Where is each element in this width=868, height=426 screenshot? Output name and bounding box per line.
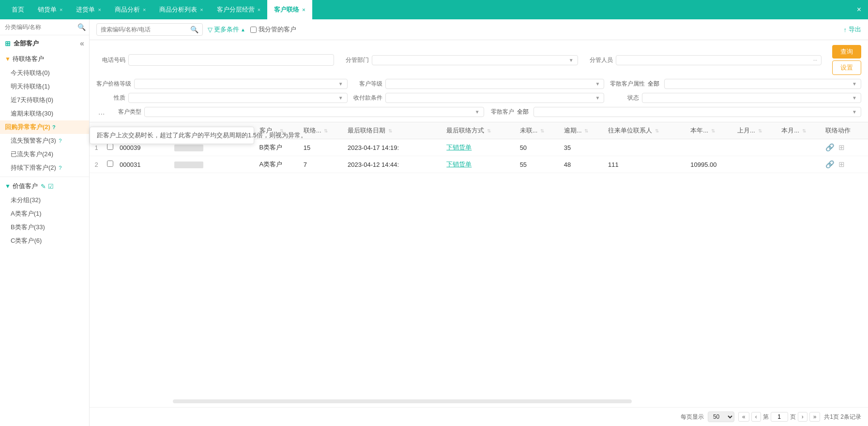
- customer-level-select[interactable]: ▼: [385, 79, 605, 89]
- nav-tab-analysis[interactable]: 商品分析 ×: [108, 0, 152, 19]
- close-sales-icon[interactable]: ×: [60, 7, 62, 13]
- row1-this-year: [687, 139, 734, 156]
- settings-button[interactable]: 设置: [832, 60, 861, 75]
- table-area: ⚙ 客户编码 ⇅ 客户名称 ⇅: [90, 122, 868, 426]
- search-icon[interactable]: 🔍: [190, 26, 198, 33]
- query-button[interactable]: 查询: [832, 45, 861, 59]
- repeat-buy-help-icon[interactable]: ?: [52, 124, 56, 130]
- sidebar-item-ungroup[interactable]: 未分组(32): [0, 193, 89, 207]
- payment-select[interactable]: ▼: [385, 93, 605, 103]
- filter-row-4: ... 客户类型 ▼ 零散客户 全部 ▼: [96, 107, 861, 117]
- row2-last-date: 2023-04-12 14:44:: [345, 156, 443, 173]
- row1-last-method-link[interactable]: 下销货单: [446, 144, 472, 151]
- lost-preview-help-icon: ?: [59, 138, 61, 144]
- more-conditions-button[interactable]: ▽ 更多条件 ▲: [208, 25, 245, 34]
- page-number-input[interactable]: [771, 412, 788, 422]
- close-customer-segment-icon[interactable]: ×: [258, 7, 260, 13]
- value-arrow-icon: ▼: [5, 183, 11, 190]
- search-input[interactable]: [101, 26, 190, 33]
- manager-select[interactable]: ···: [616, 55, 822, 65]
- nav-tab-sales[interactable]: 销货单 ×: [31, 0, 69, 19]
- pending-group-header[interactable]: ▼ 待联络客户: [0, 52, 89, 66]
- nav-tab-analysis-list[interactable]: 商品分析列表 ×: [152, 0, 210, 19]
- first-page-button[interactable]: «: [738, 412, 749, 422]
- dept-select[interactable]: ▼: [372, 55, 578, 65]
- sidebar-item-decline[interactable]: 持续下滑客户(2) ?: [0, 161, 89, 175]
- filter-row-2: 客户价格等级 ▼ 客户等级 ▼ 零散客户属性 全部: [96, 79, 861, 89]
- col-last-month: 上月... ⇅: [734, 122, 778, 139]
- phone-input[interactable]: [128, 54, 334, 66]
- gender-label: 性质: [96, 94, 125, 102]
- filter-gender: 性质 ▼: [96, 93, 348, 103]
- nav-tab-customer-contact[interactable]: 客户联络 ×: [267, 0, 312, 19]
- window-close-button[interactable]: ×: [857, 5, 861, 14]
- close-analysis-icon[interactable]: ×: [143, 7, 146, 13]
- row1-link-icon[interactable]: 🔗: [825, 143, 835, 152]
- row2-last-method: 下销货单: [443, 156, 517, 173]
- prev-page-button[interactable]: ‹: [751, 412, 761, 422]
- row2-last-method-link[interactable]: 下销货单: [446, 161, 472, 168]
- value-group-edit-icons[interactable]: ✎ ☑: [41, 183, 54, 190]
- content-area: 🔍 ▽ 更多条件 ▲ 我分管的客户 ↑ 导出 电话号码: [90, 19, 868, 426]
- last-page-button[interactable]: »: [809, 412, 821, 422]
- sidebar-collapse-button[interactable]: «: [80, 39, 84, 48]
- value-group-header[interactable]: ▼ 价值客户 ✎ ☑: [0, 179, 89, 193]
- price-level-arrow-icon: ▼: [338, 81, 343, 87]
- horizontal-scrollbar[interactable]: [173, 399, 632, 403]
- col-this-month: 本月... ⇅: [778, 122, 822, 139]
- scroll-area[interactable]: ⚙ 客户编码 ⇅ 客户名称 ⇅: [90, 122, 868, 396]
- row2-contact-person: 111: [605, 156, 687, 173]
- close-analysis-list-icon[interactable]: ×: [200, 7, 203, 13]
- customer-type-select[interactable]: ▼: [144, 107, 484, 117]
- price-level-select[interactable]: ▼: [134, 79, 348, 89]
- row1-checkbox[interactable]: [107, 144, 113, 150]
- pending-arrow-icon: ▼: [5, 56, 11, 62]
- filter-manager: 分管人员 ···: [584, 55, 822, 65]
- sidebar-item-tomorrow[interactable]: 明天待联络(1): [0, 80, 89, 93]
- sidebar-item-repeat-buy[interactable]: 回购异常客户(2) ?: [0, 120, 89, 134]
- row1-contact-count: 15: [301, 139, 345, 156]
- status-select[interactable]: ▼: [642, 93, 861, 103]
- row2-link-icon[interactable]: 🔗: [825, 160, 835, 169]
- retail-customer-select[interactable]: ▼: [533, 107, 861, 117]
- sidebar-item-b-class[interactable]: B类客户(33): [0, 220, 89, 234]
- row1-overdue: 35: [561, 139, 605, 156]
- all-customers-label: 全部客户: [14, 39, 39, 48]
- sidebar-search-icon: 🔍: [77, 23, 86, 31]
- row1-grid-icon[interactable]: ⊞: [838, 143, 845, 152]
- dept-label: 分管部门: [340, 56, 369, 64]
- nav-tab-home[interactable]: 首页: [5, 0, 31, 19]
- sidebar-item-today[interactable]: 今天待联络(0): [0, 66, 89, 80]
- my-customers-checkbox-area: 我分管的客户: [250, 25, 296, 34]
- my-customers-checkbox[interactable]: [250, 27, 257, 33]
- total-label: 共1页 2条记录: [824, 413, 861, 421]
- retail-attr-select[interactable]: ▼: [664, 79, 861, 89]
- col-last-month-sort-icon: ⇅: [758, 128, 762, 133]
- sidebar-item-a-class[interactable]: A类客户(1): [0, 207, 89, 220]
- sidebar-item-7days[interactable]: 近7天待联络(0): [0, 93, 89, 107]
- next-page-button[interactable]: ›: [798, 412, 807, 422]
- scrollbar-area: [90, 396, 868, 407]
- close-purchase-icon[interactable]: ×: [98, 7, 101, 13]
- retail-attr-value: 全部: [648, 80, 659, 88]
- row2-grid-icon[interactable]: ⊞: [838, 160, 845, 169]
- sidebar-search-input[interactable]: [5, 24, 77, 30]
- sidebar-item-c-class[interactable]: C类客户(6): [0, 234, 89, 248]
- row2-checkbox[interactable]: [107, 161, 113, 167]
- pagination-row: 每页显示 50 20 100 « ‹ 第 页 › » 共1页 2条记录: [90, 407, 868, 426]
- nav-tab-purchase[interactable]: 进货单 ×: [69, 0, 107, 19]
- export-button[interactable]: ↑ 导出: [844, 25, 862, 34]
- sidebar-item-overdue[interactable]: 逾期未联络(30): [0, 107, 89, 120]
- gender-select[interactable]: ▼: [128, 93, 348, 103]
- row2-last-month: [734, 156, 778, 173]
- row2-un-contact: 55: [517, 156, 561, 173]
- sidebar-item-lost-preview[interactable]: 流失预警客户(3) ?: [0, 134, 89, 147]
- sidebar-item-lost[interactable]: 已流失客户(24): [0, 147, 89, 161]
- filter-more-dots[interactable]: ...: [96, 108, 107, 117]
- close-customer-contact-icon[interactable]: ×: [302, 7, 305, 13]
- nav-tab-customer-segment[interactable]: 客户分层经营 ×: [210, 0, 267, 19]
- page-size-select[interactable]: 50 20 100: [708, 411, 734, 422]
- filter-retail-customer: 零散客户 全部 ▼: [490, 107, 861, 117]
- sidebar: 🔍 ⊞ 全部客户 « ▼ 待联络客户 今天待联络(0) 明天待联络(1) 近7天…: [0, 19, 90, 426]
- pending-group-label: 待联络客户: [13, 55, 44, 63]
